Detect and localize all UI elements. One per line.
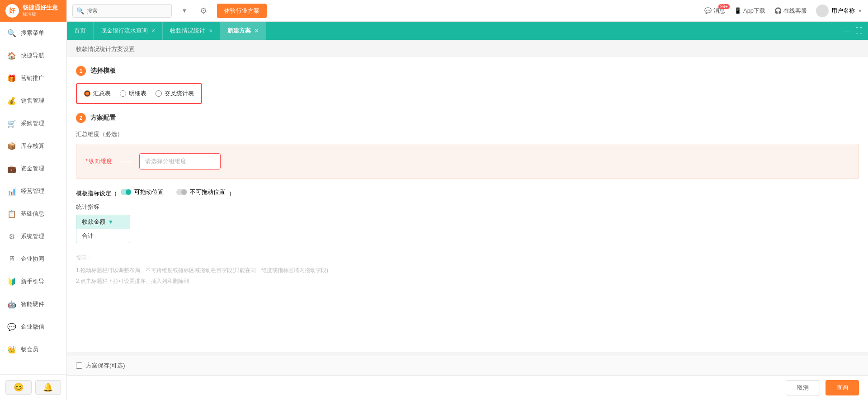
main-area: 🔍 ▼ ⚙ 体验行业方案 💬 消息 99+ 📱 App下载 🎧 在线客服 用户名… [67,0,868,400]
user-menu[interactable]: 用户名称 ▼ [816,5,863,17]
tab-bank-flow-label: 现金银行流水查询 [101,27,148,35]
tab-minimize-icon[interactable]: — [843,27,850,35]
sidebar-item-finance[interactable]: 💼 资金管理 [0,157,66,180]
online-service-btn[interactable]: 🎧 在线客服 [774,7,807,15]
sidebar-item-label: 资金管理 [21,165,44,173]
breadcrumb: 收款情况统计方案设置 [76,46,135,52]
user-dropdown-icon: ▼ [858,8,863,14]
hint-item-2: 2.点击标题栏下拉可设置排序、插入列和删除列 [76,276,859,287]
radio-summary-input[interactable] [84,90,90,97]
topbar: 🔍 ▼ ⚙ 体验行业方案 💬 消息 99+ 📱 App下载 🎧 在线客服 用户名… [67,0,868,22]
tab-home[interactable]: 首页 [67,22,94,40]
sidebar-item-system[interactable]: ⚙ 系统管理 [0,225,66,248]
radio-cross-input[interactable] [156,90,162,97]
query-button[interactable]: 查询 [826,380,859,395]
tab-maximize-icon[interactable]: ⛶ [855,27,863,35]
finance-icon: 💼 [7,164,16,173]
sidebar-item-search-menu[interactable]: 🔍 搜索菜单 [0,22,66,44]
dimension-picker-text: 请选择分组维度 [145,157,186,165]
section2-header: 2 方案配置 [76,113,859,123]
tab-collection-stat[interactable]: 收款情况统计 × [163,22,220,40]
section1-title: 选择模板 [90,67,116,75]
search-icon: 🔍 [76,7,84,14]
marketing-icon: 🎁 [7,74,16,83]
radio-summary[interactable]: 汇总表 [84,89,111,98]
basic-icon: 📋 [7,209,16,218]
radio-cross[interactable]: 交叉统计表 [156,89,194,98]
search-box[interactable]: 🔍 [72,4,172,18]
logo-text-block: 畅捷通好生意 标准版 [23,4,58,18]
enterprise-icon: 🖥 [7,254,16,264]
radio-cross-label: 交叉统计表 [165,89,194,98]
metrics-col-header[interactable]: 收款金额 ▼ [76,215,130,229]
sidebar-item-label: 智能硬件 [21,300,44,308]
template-selector: 汇总表 明细表 交叉统计表 [76,83,202,104]
metrics-label: 统计指标 [76,203,859,211]
sidebar-item-label: 搜索菜单 [21,29,44,37]
sidebar-item-operation[interactable]: 📊 经营管理 [0,180,66,202]
sidebar-item-wechat[interactable]: 💬 企业微信 [0,315,66,338]
sidebar-item-inventory[interactable]: 📦 库存核算 [0,135,66,157]
inventory-icon: 📦 [7,141,16,151]
form-area: 1 选择模板 汇总表 明细表 [67,57,868,352]
smart-hw-icon: 🤖 [7,300,16,309]
tab-bank-flow-close[interactable]: × [151,27,155,34]
dimension-picker[interactable]: 请选择分组维度 [139,153,221,169]
message-icon: 💬 [704,7,712,14]
tab-bank-flow[interactable]: 现金银行流水查询 × [94,22,163,40]
hint-title: 提示： [76,252,859,263]
sidebar-item-guide[interactable]: 🔰 新手引导 [0,270,66,293]
page-content: 收款情况统计方案设置 1 选择模板 汇总表 [67,40,868,400]
sidebar-item-label: 企业协同 [21,255,44,263]
user-avatar [816,5,829,17]
action-bar: 取消 查询 [67,375,868,400]
tab-new-plan-close[interactable]: × [255,27,258,34]
system-icon: ⚙ [7,232,16,241]
settings-icon[interactable]: ⚙ [197,5,210,17]
app-download-icon: 📱 [734,7,741,14]
sidebar-bottom-btn1[interactable]: 😊 [5,380,32,395]
tab-collection-stat-close[interactable]: × [209,27,212,34]
sidebar-item-sales[interactable]: 💰 销售管理 [0,89,66,112]
tab-home-label: 首页 [74,27,86,35]
user-name: 用户名称 [831,7,855,15]
tabs-bar: 首页 现金银行流水查询 × 收款情况统计 × 新建方案 × — ⛶ [67,22,868,40]
sales-icon: 💰 [7,96,16,105]
draggable-toggle-icon [121,189,132,195]
tab-new-plan[interactable]: 新建方案 × [220,22,266,40]
sidebar-item-label: 采购管理 [21,119,44,127]
tab-new-plan-label: 新建方案 [227,27,251,35]
sidebar-item-quick-nav[interactable]: 🏠 快捷导航 [0,44,66,67]
cancel-button[interactable]: 取消 [786,380,820,395]
guide-icon: 🔰 [7,277,16,286]
section2-title: 方案配置 [90,114,116,122]
fixed-toggle-icon [176,189,187,195]
radio-detail[interactable]: 明细表 [120,89,146,98]
app-download-btn[interactable]: 📱 App下载 [734,7,765,15]
sidebar-item-basic[interactable]: 📋 基础信息 [0,202,66,225]
metrics-table: 收款金额 ▼ 合计 [76,215,130,243]
search-input[interactable] [87,8,168,14]
sidebar: 好 畅捷通好生意 标准版 🔍 搜索菜单 🏠 快捷导航 🎁 营销推广 💰 销售管理… [0,0,67,400]
sidebar-item-enterprise[interactable]: 🖥 企业协同 [0,248,66,270]
industry-btn[interactable]: 体验行业方案 [217,4,267,18]
wechat-icon: 💬 [7,322,16,331]
section-template: 1 选择模板 汇总表 明细表 [76,66,859,104]
search-dropdown-icon[interactable]: ▼ [179,5,190,16]
message-btn[interactable]: 💬 消息 99+ [704,7,725,15]
sidebar-item-label: 经营管理 [21,187,44,195]
radio-detail-input[interactable] [120,90,126,97]
logo-title: 畅捷通好生意 [23,4,58,12]
operation-icon: 📊 [7,187,16,196]
metrics-col-dropdown-icon[interactable]: ▼ [108,219,113,225]
sidebar-item-member[interactable]: 👑 畅会员 [0,338,66,361]
logo-badge: 标准版 [23,11,58,18]
sidebar-bottom-btn2[interactable]: 🔔 [35,380,61,395]
sidebar-item-label: 畅会员 [21,345,38,353]
sidebar-item-marketing[interactable]: 🎁 营销推广 [0,67,66,89]
sidebar-item-smart-hw[interactable]: 🤖 智能硬件 [0,293,66,315]
save-checkbox[interactable] [76,362,82,369]
metrics-row-cell: 合计 [76,229,130,243]
dimension-arrow-icon: —— [119,158,132,165]
sidebar-item-purchase[interactable]: 🛒 采购管理 [0,112,66,135]
